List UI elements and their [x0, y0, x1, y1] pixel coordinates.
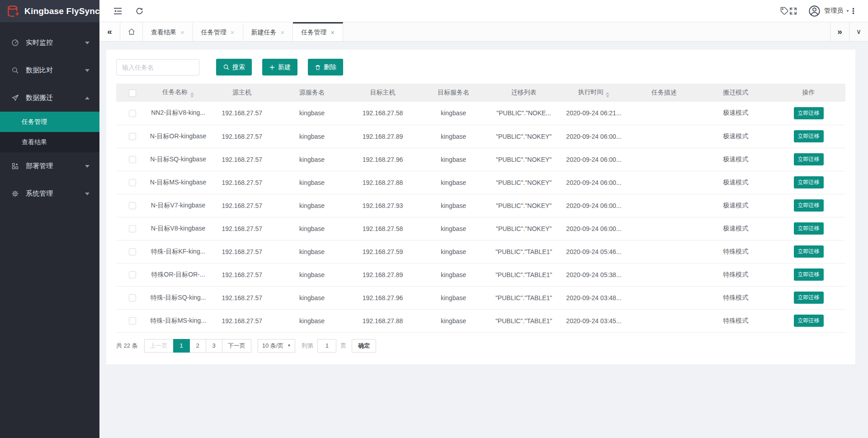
page-button-1[interactable]: 1 — [173, 339, 190, 353]
collapse-menu-icon[interactable] — [113, 6, 123, 16]
header-exec-time[interactable]: 执行时间 — [559, 84, 629, 102]
migrate-now-button[interactable]: 立即迁移 — [794, 130, 824, 142]
row-checkbox[interactable] — [129, 225, 136, 232]
row-checkbox[interactable] — [129, 202, 136, 209]
close-icon[interactable]: × — [330, 29, 335, 36]
cell-description — [629, 286, 699, 309]
content-area: 搜索 新建 删除 任务名称 — [99, 42, 868, 438]
row-checkbox[interactable] — [129, 271, 136, 278]
trash-icon — [315, 64, 321, 71]
cell-source-service: kingbase — [277, 240, 347, 263]
more-vertical-icon[interactable]: ⋮ — [849, 6, 857, 16]
header-task-description: 任务描述 — [629, 84, 699, 102]
row-checkbox[interactable] — [129, 156, 136, 163]
page-button-2[interactable]: 2 — [189, 339, 206, 353]
home-tab-button[interactable] — [120, 22, 143, 41]
tabs-list-button[interactable]: ∨ — [849, 22, 868, 41]
sidebar-item-data-migration[interactable]: 数据搬迁 — [0, 84, 99, 112]
cell-exec-time: 2020-09-24 06:00... — [559, 125, 629, 148]
migrate-now-button[interactable]: 立即迁移 — [794, 245, 824, 258]
cell-migrate-list: "PUBLIC"."NOKEY" — [489, 125, 559, 148]
cell-migrate-mode: 特殊模式 — [699, 309, 772, 332]
table-row: 特殊OR-目标OR-... 192.168.27.57 kingbase 192… — [116, 263, 845, 286]
cell-target-host: 192.168.27.89 — [347, 125, 418, 148]
create-button-label: 新建 — [278, 63, 291, 71]
cell-description — [629, 125, 699, 148]
sidebar-item-task-management[interactable]: 任务管理 — [0, 112, 99, 132]
next-page-button[interactable]: 下一页 — [222, 339, 251, 353]
sidebar-item-label: 系统管理 — [26, 189, 85, 198]
caret-down-icon: ▼ — [287, 344, 291, 348]
migrate-now-button[interactable]: 立即迁移 — [794, 107, 824, 119]
row-checkbox[interactable] — [129, 110, 136, 117]
sidebar-item-system-management[interactable]: 系统管理 — [0, 180, 99, 207]
cell-target-host: 192.168.27.89 — [347, 263, 418, 286]
page-size-select[interactable]: 10 条/页 ▼ — [258, 339, 296, 353]
row-checkbox[interactable] — [129, 317, 136, 325]
table-row: N-目标V8-kingbase 192.168.27.57 kingbase 1… — [116, 217, 845, 240]
header-migrate-list: 迁移列表 — [489, 84, 559, 102]
avatar-icon — [808, 5, 821, 17]
cell-target-host: 192.168.27.93 — [347, 194, 418, 217]
row-checkbox[interactable] — [129, 248, 136, 255]
goto-page-input[interactable] — [317, 339, 336, 353]
migrate-now-button[interactable]: 立即迁移 — [794, 176, 824, 188]
cell-task-name: 特殊-目标MS-king... — [149, 309, 208, 332]
page-button-3[interactable]: 3 — [206, 339, 222, 353]
close-icon[interactable]: × — [281, 29, 285, 36]
row-checkbox[interactable] — [129, 133, 136, 140]
close-icon[interactable]: × — [231, 29, 235, 36]
cell-source-service: kingbase — [277, 102, 347, 125]
tab-task-management-active[interactable]: 任务管理 × — [293, 22, 343, 41]
confirm-button[interactable]: 确定 — [352, 339, 376, 353]
sidebar-item-deploy-management[interactable]: 部署管理 — [0, 152, 99, 180]
gauge-icon — [11, 39, 19, 47]
tab-new-task[interactable]: 新建任务 × — [243, 22, 293, 41]
fullscreen-icon[interactable] — [789, 7, 797, 15]
cell-migrate-list: "PUBLIC"."NOKEY" — [489, 194, 559, 217]
create-button[interactable]: 新建 — [262, 59, 297, 75]
header-target-service: 目标服务名 — [418, 84, 489, 102]
cell-target-host: 192.168.27.59 — [347, 240, 418, 263]
cell-target-service: kingbase — [418, 240, 489, 263]
chevron-down-icon — [85, 69, 90, 72]
close-icon[interactable]: × — [180, 29, 184, 36]
search-button[interactable]: 搜索 — [216, 59, 252, 75]
cell-exec-time: 2020-09-24 06:21... — [559, 102, 629, 125]
cell-target-service: kingbase — [418, 148, 489, 171]
cell-task-name: 特殊-目标SQ-king... — [149, 286, 208, 309]
cell-migrate-mode: 特殊模式 — [699, 240, 772, 263]
row-checkbox[interactable] — [129, 294, 136, 301]
tab-view-results[interactable]: 查看结果 × — [143, 22, 193, 41]
select-all-checkbox[interactable] — [129, 89, 136, 97]
tabs-scroll-right-button[interactable]: » — [830, 22, 849, 41]
cell-description — [629, 240, 699, 263]
user-menu[interactable]: 管理员 ▼ — [808, 5, 849, 17]
header-source-host: 源主机 — [208, 84, 277, 102]
migrate-now-button[interactable]: 立即迁移 — [794, 292, 824, 304]
refresh-icon[interactable] — [135, 7, 144, 15]
migrate-now-button[interactable]: 立即迁移 — [794, 199, 824, 212]
migrate-now-button[interactable]: 立即迁移 — [794, 268, 824, 281]
row-checkbox[interactable] — [129, 179, 136, 186]
sidebar-item-label: 数据搬迁 — [26, 94, 85, 102]
search-input[interactable] — [116, 59, 199, 75]
migrate-now-button[interactable]: 立即迁移 — [794, 315, 824, 327]
sidebar-item-view-results[interactable]: 查看结果 — [0, 132, 99, 152]
sidebar-item-realtime-monitor[interactable]: 实时监控 — [0, 29, 99, 57]
sidebar-item-data-compare[interactable]: 数据比对 — [0, 57, 99, 84]
migrate-now-button[interactable]: 立即迁移 — [794, 222, 824, 235]
migrate-now-button[interactable]: 立即迁移 — [794, 153, 824, 165]
cell-task-name: N-目标MS-kingbase — [149, 171, 208, 194]
cell-migrate-list: "PUBLIC"."TABLE1" — [489, 309, 559, 332]
header-task-name[interactable]: 任务名称 — [149, 84, 208, 102]
prev-page-button[interactable]: 上一页 — [144, 339, 174, 353]
cell-source-host: 192.168.27.57 — [208, 217, 277, 240]
tab-task-management[interactable]: 任务管理 × — [193, 22, 243, 41]
delete-button[interactable]: 删除 — [308, 59, 343, 75]
cell-migrate-mode: 特殊模式 — [699, 263, 772, 286]
cell-task-name: N-目标V7-kingbase — [149, 194, 208, 217]
cell-source-host: 192.168.27.57 — [208, 286, 277, 309]
tabs-scroll-left-button[interactable]: « — [99, 22, 120, 41]
tag-icon[interactable] — [780, 6, 789, 15]
